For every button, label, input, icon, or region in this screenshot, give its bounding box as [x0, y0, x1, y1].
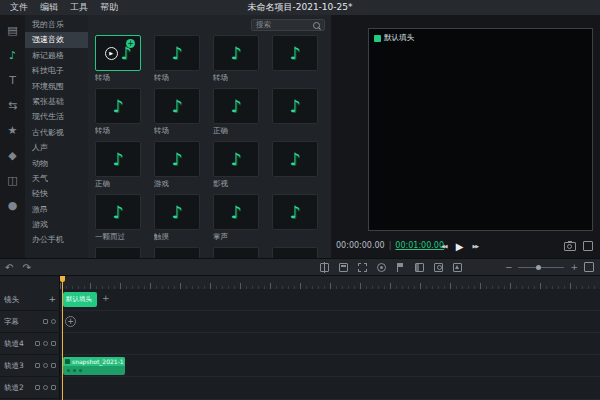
audio-thumbnail[interactable]: ♪	[95, 88, 141, 124]
add-track-icon[interactable]: +	[48, 295, 56, 304]
audio-thumbnail[interactable]: ♪	[272, 88, 318, 124]
audio-tile[interactable]: ♪ 转场	[154, 88, 200, 135]
timeline-clip-camera[interactable]: 默认填头	[63, 292, 97, 307]
audio-thumbnail[interactable]: ♪	[272, 247, 318, 258]
next-frame-button[interactable]: ▶▶	[472, 243, 478, 249]
split-icon[interactable]	[320, 263, 329, 272]
category-item[interactable]: 激昂	[25, 202, 88, 217]
audio-tile[interactable]: ♪ 游戏	[154, 141, 200, 188]
audio-tile[interactable]: ♪	[272, 247, 318, 258]
category-item[interactable]: 环境氛围	[25, 79, 88, 94]
add-to-timeline-icon[interactable]: +	[126, 39, 135, 48]
snapshot-icon[interactable]	[564, 242, 576, 251]
add-clip-icon[interactable]: +	[102, 293, 110, 303]
current-time[interactable]: 00:00:00.00	[336, 241, 385, 250]
audio-tile[interactable]: ♪ 一颗而过	[95, 194, 141, 241]
track-header-camera[interactable]: 镜头 +	[0, 289, 60, 311]
play-button[interactable]: ▶	[456, 241, 464, 252]
redo-icon[interactable]: ↷	[22, 262, 30, 273]
category-item[interactable]: 紧张基础	[25, 94, 88, 109]
audio-thumbnail[interactable]: ▶ ♪ +	[95, 35, 141, 71]
track-header-2[interactable]: 轨道2	[0, 377, 60, 399]
audio-tile[interactable]: ♪ 转场	[154, 35, 200, 82]
zoom-out-icon[interactable]: −	[505, 262, 513, 272]
audio-tile[interactable]: ♪ 转场	[95, 88, 141, 135]
chroma-key-icon[interactable]	[415, 263, 424, 272]
add-subtitle-icon[interactable]: +	[65, 316, 76, 327]
split-screen-icon[interactable]: ◫	[0, 168, 25, 193]
audio-thumbnail[interactable]: ♪	[154, 88, 200, 124]
mute-icon[interactable]	[51, 341, 56, 346]
audio-thumbnail[interactable]: ♪	[154, 194, 200, 230]
mute-icon[interactable]	[51, 385, 56, 390]
lock-icon[interactable]	[35, 363, 40, 368]
eye-icon[interactable]	[43, 385, 48, 390]
lock-icon[interactable]	[35, 341, 40, 346]
audio-tile[interactable]: ♪	[213, 247, 259, 258]
audio-tile[interactable]: ▶ ♪ + 转场	[95, 35, 141, 82]
audio-thumbnail[interactable]: ♪	[213, 194, 259, 230]
track-lane-camera[interactable]: 默认填头 +	[60, 289, 600, 311]
lock-icon[interactable]	[43, 319, 48, 324]
audio-tile[interactable]: ♪ 正确	[95, 141, 141, 188]
timeline-clip-media[interactable]: snapshot_2021-1	[63, 357, 125, 375]
audio-tile[interactable]: ♪	[272, 35, 318, 82]
audio-tile[interactable]: ♪	[95, 247, 141, 258]
delete-icon[interactable]	[339, 263, 348, 272]
snapshot-tool-icon[interactable]	[434, 263, 443, 272]
audio-tile[interactable]: ♪	[272, 141, 318, 188]
track-header-subtitle[interactable]: 字幕	[0, 311, 60, 333]
transition-icon[interactable]: ⇆	[0, 93, 25, 118]
audio-thumbnail[interactable]: ♪	[213, 35, 259, 71]
elements-icon[interactable]: ◆	[0, 143, 25, 168]
fullscreen-icon[interactable]	[583, 241, 593, 251]
record-icon[interactable]: ●	[0, 193, 25, 218]
audio-thumbnail[interactable]: ♪	[213, 141, 259, 177]
audio-tile[interactable]: ♪	[272, 194, 318, 241]
category-item-selected[interactable]: 强速音效	[25, 32, 88, 47]
audio-thumbnail[interactable]: ♪	[154, 141, 200, 177]
category-item[interactable]: 科技电子	[25, 63, 88, 78]
mute-icon[interactable]	[51, 363, 56, 368]
track-header-4[interactable]: 轨道4	[0, 333, 60, 355]
audio-tile[interactable]: ♪ 正确	[213, 88, 259, 135]
audio-thumbnail[interactable]: ♪	[272, 141, 318, 177]
track-header-3[interactable]: 轨道3	[0, 355, 60, 377]
category-item[interactable]: 轻快	[25, 186, 88, 201]
lock-icon[interactable]	[35, 385, 40, 390]
category-item[interactable]: 动物	[25, 156, 88, 171]
render-icon[interactable]	[453, 263, 462, 272]
audio-thumbnail[interactable]: ♪	[154, 35, 200, 71]
category-item[interactable]: 天气	[25, 171, 88, 186]
track-lane-3[interactable]: snapshot_2021-1	[60, 355, 600, 377]
category-item[interactable]: 标记题格	[25, 48, 88, 63]
eye-icon[interactable]	[43, 363, 48, 368]
search-input[interactable]: 搜索	[251, 19, 325, 31]
audio-thumbnail[interactable]: ♪	[272, 194, 318, 230]
category-item[interactable]: 游戏	[25, 217, 88, 232]
play-preview-icon[interactable]: ▶	[105, 47, 118, 60]
zoom-slider-thumb[interactable]	[536, 265, 541, 270]
audio-tile[interactable]: ♪ 触摸	[154, 194, 200, 241]
track-lane-2[interactable]	[60, 377, 600, 400]
category-item[interactable]: 人声	[25, 140, 88, 155]
audio-tile[interactable]: ♪	[154, 247, 200, 258]
category-item[interactable]: 现代生活	[25, 109, 88, 124]
timeline-ruler[interactable]	[60, 276, 600, 289]
speed-icon[interactable]	[377, 263, 386, 272]
playhead-line[interactable]	[62, 276, 63, 400]
audio-tile[interactable]: ♪ 掌声	[213, 194, 259, 241]
mute-icon[interactable]	[51, 319, 56, 324]
eye-icon[interactable]	[43, 341, 48, 346]
fit-timeline-icon[interactable]	[584, 262, 594, 272]
timeline-zoom-slider[interactable]	[518, 267, 564, 268]
audio-thumbnail[interactable]: ♪	[272, 35, 318, 71]
crop-icon[interactable]	[358, 263, 367, 272]
audio-tile[interactable]: ♪ 转场	[213, 35, 259, 82]
audio-tile[interactable]: ♪ 影视	[213, 141, 259, 188]
audio-thumbnail[interactable]: ♪	[213, 247, 259, 258]
track-lane-4[interactable]	[60, 333, 600, 355]
category-item[interactable]: 办公手机	[25, 232, 88, 247]
menu-tools[interactable]: 工具	[64, 0, 94, 15]
audio-thumbnail[interactable]: ♪	[95, 247, 141, 258]
